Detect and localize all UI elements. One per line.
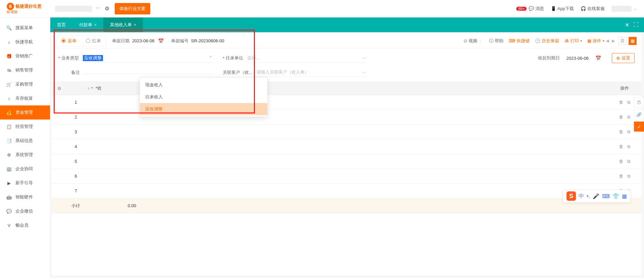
- chat-icon: 💬: [529, 6, 534, 11]
- ime-skin-icon[interactable]: 👕: [612, 193, 619, 199]
- delete-icon[interactable]: 🗑: [619, 100, 623, 105]
- table-row[interactable]: 6🗑⧉: [52, 169, 641, 184]
- delete-icon[interactable]: 🗑: [619, 144, 623, 149]
- chip-expand-icon[interactable]: ⤢: [634, 122, 644, 132]
- gear-icon[interactable]: ⚙: [105, 5, 109, 12]
- tab-close-all-icon[interactable]: ✕: [625, 22, 629, 28]
- sort-icon[interactable]: ⇅: [87, 87, 90, 90]
- sidebar-item[interactable]: ▶新手引导: [0, 176, 50, 190]
- sidebar-item[interactable]: 🏢企业协同: [0, 162, 50, 176]
- topbar: 6 畅捷通好生意 标准版 ﹀ ⚙ 体验行业方案 99+ 💬 消息 📱 App下载…: [0, 0, 644, 17]
- copy-icon[interactable]: ⧉: [627, 174, 630, 179]
- copy-icon[interactable]: ⧉: [627, 114, 630, 120]
- copy-icon[interactable]: ⧉: [627, 144, 630, 149]
- sidebar-item[interactable]: 🛒采购管理: [0, 77, 50, 91]
- prev-doc-icon[interactable]: ◀: [606, 38, 609, 43]
- table-row[interactable]: 5🗑⧉: [52, 154, 641, 169]
- due-value[interactable]: 2023-06-06: [567, 56, 589, 61]
- view-card-icon[interactable]: ▦: [629, 37, 637, 45]
- sidebar-icon: 🔍: [6, 26, 12, 31]
- delete-icon[interactable]: 🗑: [619, 114, 623, 120]
- sidebar-item[interactable]: 🎁营销推广: [0, 49, 50, 63]
- remark-input[interactable]: [83, 71, 213, 74]
- ime-lang[interactable]: 中: [579, 193, 584, 200]
- grid-settings-icon[interactable]: ⚙: [52, 86, 67, 91]
- ime-mic-icon[interactable]: 🎤: [593, 193, 599, 199]
- shortcut-link[interactable]: ⌨快捷键: [509, 38, 530, 44]
- sidebar-item[interactable]: ⚙系统管理: [0, 148, 50, 162]
- copy-icon[interactable]: ⧉: [627, 100, 630, 105]
- delete-icon[interactable]: 🗑: [619, 174, 623, 179]
- ime-punct-icon[interactable]: •,: [587, 193, 590, 199]
- date-value[interactable]: 2023-06-06: [132, 38, 155, 43]
- sidebar-item[interactable]: 🛍销售管理: [0, 63, 50, 77]
- help-link[interactable]: ⓘ帮助: [489, 38, 503, 44]
- dropdown-option[interactable]: 现金收入: [140, 79, 267, 91]
- view-list-icon[interactable]: ☰: [619, 37, 627, 45]
- table-row[interactable]: 4🗑⧉: [52, 139, 641, 154]
- radio-red[interactable]: 红单: [81, 36, 106, 46]
- history-link[interactable]: 🕑历史单据: [535, 38, 559, 44]
- video-link[interactable]: ⊙视频: [464, 38, 477, 44]
- sidebar-item[interactable]: 📑基础信息: [0, 134, 50, 148]
- sidebar-icon: ⚙: [6, 152, 12, 157]
- ime-toolbar[interactable]: S 中 •, 🎤 ⌨ 👕 ▦: [563, 190, 631, 202]
- sidebar-icon: 📑: [6, 138, 12, 143]
- settings-button[interactable]: ⚙设置: [612, 53, 635, 63]
- sidebar-label: 搜索菜单: [15, 25, 33, 31]
- user-chevron-icon[interactable]: ⌄: [634, 6, 637, 11]
- no-value: SR-20230606-00: [191, 38, 224, 43]
- ime-keyboard-icon[interactable]: ⌨: [602, 193, 610, 199]
- tab-close-icon[interactable]: ×: [94, 22, 97, 27]
- tab-close-icon[interactable]: ×: [134, 22, 136, 27]
- sidebar-label: 资金管理: [15, 109, 33, 115]
- sidebar-item[interactable]: ⌂库存核算: [0, 91, 50, 105]
- sidebar-item[interactable]: 💰资金管理: [0, 105, 50, 120]
- print-link[interactable]: 🖶打印▾: [565, 38, 582, 44]
- sidebar-item[interactable]: V畅会员: [0, 218, 50, 232]
- tab[interactable]: 其他收入单×: [103, 17, 143, 32]
- delete-icon[interactable]: 🗑: [619, 159, 623, 164]
- online-service-link[interactable]: 🎧 在线客服: [581, 6, 605, 12]
- sidebar-item[interactable]: 📋经营管理: [0, 120, 50, 134]
- biz-type-select[interactable]: 应收调整 ˄: [82, 54, 213, 63]
- play-icon: ⊙: [464, 38, 467, 43]
- delete-icon[interactable]: 🗑: [619, 129, 623, 135]
- messages-badge: 99+: [516, 7, 527, 11]
- copy-icon[interactable]: ⧉: [627, 159, 630, 164]
- dropdown-option[interactable]: 应收调整: [140, 103, 267, 115]
- app-root: 6 畅捷通好生意 标准版 ﹀ ⚙ 体验行业方案 99+ 💬 消息 📱 App下载…: [0, 0, 644, 278]
- sidebar-item[interactable]: ⌂快捷导航: [0, 35, 50, 49]
- calendar-icon[interactable]: 📅: [158, 38, 164, 44]
- radio-blue[interactable]: 蓝单: [57, 36, 81, 46]
- app-download-link[interactable]: 📱 App下载: [551, 6, 574, 12]
- messages-link[interactable]: 99+ 💬 消息: [516, 6, 544, 12]
- chip-note-icon[interactable]: 🗒: [634, 97, 644, 107]
- biz-type-value: 应收调整: [83, 55, 103, 61]
- sidebar-item[interactable]: 🔍搜索菜单: [0, 21, 50, 35]
- calendar-icon[interactable]: 📅: [595, 55, 601, 61]
- rel-customer-input[interactable]: 请输入关联客户（收入单） ⋯: [256, 68, 367, 77]
- sidebar-item[interactable]: 🤖智能硬件: [0, 190, 50, 204]
- unit-select[interactable]: 选择... ⋯: [247, 54, 367, 63]
- chip-link-icon[interactable]: 🔗: [634, 109, 644, 120]
- ime-menu-icon[interactable]: ▦: [622, 193, 627, 199]
- tab[interactable]: 首页: [50, 17, 72, 32]
- try-industry-button[interactable]: 体验行业方案: [115, 3, 150, 14]
- ops-link[interactable]: ▦操作▾: [587, 38, 604, 44]
- sidebar-icon: 🏢: [6, 167, 12, 172]
- tenant-chevron-icon[interactable]: ﹀: [96, 6, 100, 11]
- copy-icon[interactable]: ⧉: [627, 129, 630, 135]
- dropdown-option[interactable]: 往来收入: [140, 91, 267, 103]
- sidebar-item[interactable]: 💬企业微信: [0, 204, 50, 218]
- biz-type-dropdown: 现金收入往来收入应收调整: [140, 77, 268, 117]
- table-row[interactable]: 7🗑⧉: [52, 184, 641, 198]
- user-avatar-blurred[interactable]: [611, 6, 632, 12]
- next-doc-icon[interactable]: ▶: [612, 38, 615, 43]
- tab-expand-icon[interactable]: ⛶: [633, 22, 639, 28]
- sidebar-label: 基础信息: [15, 138, 33, 144]
- help-icon: ⓘ: [489, 38, 493, 44]
- tab[interactable]: 付款单×: [72, 17, 103, 32]
- table-row[interactable]: 3🗑⧉: [52, 125, 641, 139]
- sidebar-icon: 🛍: [6, 68, 12, 73]
